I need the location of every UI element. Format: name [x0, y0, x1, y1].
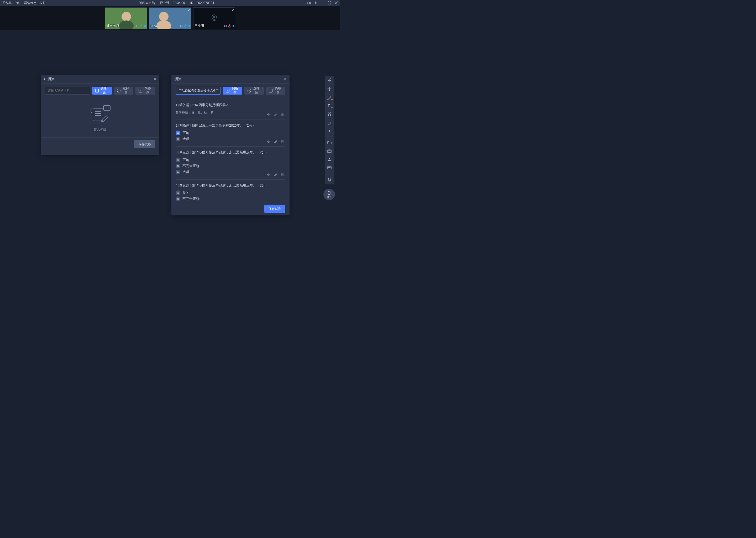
- video-tile[interactable]: 王小明×: [193, 7, 235, 29]
- network-status-label: 网络状态：良好: [24, 1, 46, 5]
- text-tool-icon[interactable]: T: [327, 103, 332, 108]
- question-option[interactable]: A是的: [176, 190, 285, 195]
- judge-type-button[interactable]: ✓ 判断题: [223, 87, 242, 94]
- svg-text:T: T: [328, 103, 330, 108]
- bell-tool-icon[interactable]: [327, 177, 332, 182]
- delete-icon[interactable]: [281, 139, 285, 144]
- option-label: 是的: [182, 190, 189, 195]
- option-badge: A: [176, 131, 180, 135]
- svg-point-1: [315, 2, 316, 3]
- option-badge: A: [176, 190, 180, 195]
- svg-point-15: [181, 26, 182, 27]
- delete-icon[interactable]: [281, 173, 285, 177]
- minimize-icon[interactable]: [321, 1, 324, 5]
- question-title: 1 [简答题] 一年四季分别是哪四季?: [176, 102, 285, 108]
- camera-toggle-icon[interactable]: [307, 1, 311, 5]
- user-tool-icon[interactable]: [327, 157, 332, 162]
- svg-point-31: [328, 115, 329, 116]
- dot-tool-icon[interactable]: [327, 128, 332, 134]
- scissors-tool-icon[interactable]: [327, 111, 332, 117]
- panel-title: 测验: [174, 77, 284, 81]
- svg-point-18: [213, 16, 215, 18]
- short-type-label: 简答题: [274, 86, 282, 95]
- camera-off-icon: [209, 13, 219, 24]
- topbar: 丢包率：0% 网络状态：良好 神秘大自然 已上课：02:34:09 ID：202…: [0, 0, 340, 6]
- short-type-label: 简答题: [143, 86, 152, 95]
- move-icon[interactable]: [267, 113, 271, 117]
- option-badge: B: [176, 164, 180, 168]
- question-option[interactable]: A正确: [176, 131, 285, 135]
- folder-tool-icon[interactable]: [327, 140, 332, 145]
- chat-tool-icon[interactable]: [327, 165, 332, 171]
- settings-icon[interactable]: [314, 1, 318, 5]
- judge-type-button[interactable]: ✓ 判断题: [92, 87, 112, 94]
- quiz-empty-panel: 测验 × ✓ 判断题 ○ 选择题 T 简答题: [41, 75, 159, 155]
- loss-rate-label: 丢包率：0%: [2, 1, 19, 5]
- panel-close-icon[interactable]: ×: [154, 77, 156, 81]
- choice-icon: ○: [248, 89, 251, 92]
- choice-icon: ○: [117, 89, 120, 92]
- move-icon[interactable]: [267, 173, 271, 177]
- svg-rect-22: [93, 109, 103, 121]
- svg-point-12: [159, 12, 168, 21]
- hand-count-label: 0/2: [327, 196, 331, 198]
- choice-type-button[interactable]: ○ 选择题: [114, 87, 134, 94]
- edit-icon[interactable]: [274, 113, 278, 117]
- signal-icon: [136, 25, 139, 27]
- svg-point-35: [329, 158, 330, 159]
- participant-name: 叮当老师: [106, 24, 119, 28]
- panel-back-icon[interactable]: [44, 78, 46, 81]
- option-badge: C: [176, 170, 180, 175]
- edit-icon[interactable]: [274, 173, 278, 177]
- fullscreen-icon[interactable]: [328, 1, 331, 5]
- save-quiz-button[interactable]: 保存试卷: [264, 205, 285, 213]
- panel-close-icon[interactable]: ×: [284, 77, 286, 81]
- pen-tool-icon[interactable]: [327, 94, 332, 100]
- quiz-name-input[interactable]: [45, 87, 90, 94]
- question-title: 2 [判断题] 我国宪法上一次更新是在2020年。（2分）: [176, 123, 285, 128]
- quiz-name-input[interactable]: [176, 87, 221, 94]
- video-tile[interactable]: Nina×: [149, 7, 191, 29]
- choice-type-button[interactable]: ○ 选择题: [244, 87, 264, 94]
- svg-point-27: [105, 108, 106, 108]
- video-close-icon[interactable]: ×: [232, 8, 234, 12]
- svg-rect-0: [307, 2, 309, 4]
- short-type-button[interactable]: T 简答题: [135, 87, 155, 94]
- judge-type-label: 判断题: [100, 86, 109, 95]
- option-label: 不完全正确: [182, 196, 200, 201]
- choice-type-label: 选择题: [122, 86, 130, 95]
- svg-rect-16: [185, 25, 186, 26]
- short-icon: T: [139, 89, 142, 92]
- save-quiz-button[interactable]: 保存试卷: [134, 140, 155, 148]
- toolbox-sidebar: T: [325, 76, 334, 185]
- video-close-icon[interactable]: ×: [188, 8, 190, 12]
- edit-icon[interactable]: [274, 139, 278, 144]
- signal-icon: [180, 25, 183, 27]
- short-type-button[interactable]: T 简答题: [266, 87, 285, 94]
- delete-icon[interactable]: [281, 113, 285, 117]
- empty-text: 暂无试题: [94, 127, 106, 132]
- option-badge: B: [176, 196, 180, 201]
- svg-rect-34: [328, 150, 331, 153]
- question-item: 3 [单选题] 施华洛世奇是反华品牌，所以梁鼎琪反华。（2分）A正确B不完全正确…: [176, 146, 285, 180]
- question-option[interactable]: B不完全正确: [176, 196, 285, 201]
- pointer-tool-icon[interactable]: [327, 78, 332, 83]
- question-option[interactable]: A正确: [176, 158, 285, 162]
- svg-rect-10: [141, 25, 142, 26]
- svg-point-28: [107, 108, 107, 108]
- move-icon[interactable]: [267, 139, 271, 144]
- close-window-icon[interactable]: [334, 1, 338, 5]
- judge-icon: ✓: [226, 89, 229, 92]
- option-label: 正确: [182, 158, 189, 162]
- move-tool-icon[interactable]: [327, 86, 332, 91]
- question-item: 1 [简答题] 一年四季分别是哪四季?参考答案：春、夏、秋、冬: [176, 99, 285, 120]
- question-option[interactable]: B不完全正确: [176, 164, 285, 168]
- mic-icon: [228, 24, 231, 28]
- video-tile[interactable]: 叮当老师: [105, 7, 147, 29]
- svg-point-38: [329, 167, 330, 168]
- toolbox-icon[interactable]: [327, 148, 332, 154]
- raise-hand-badge[interactable]: 0/2: [323, 188, 335, 200]
- eraser-tool-icon[interactable]: [327, 120, 332, 125]
- option-label: 正确: [182, 131, 189, 135]
- svg-point-39: [330, 167, 330, 168]
